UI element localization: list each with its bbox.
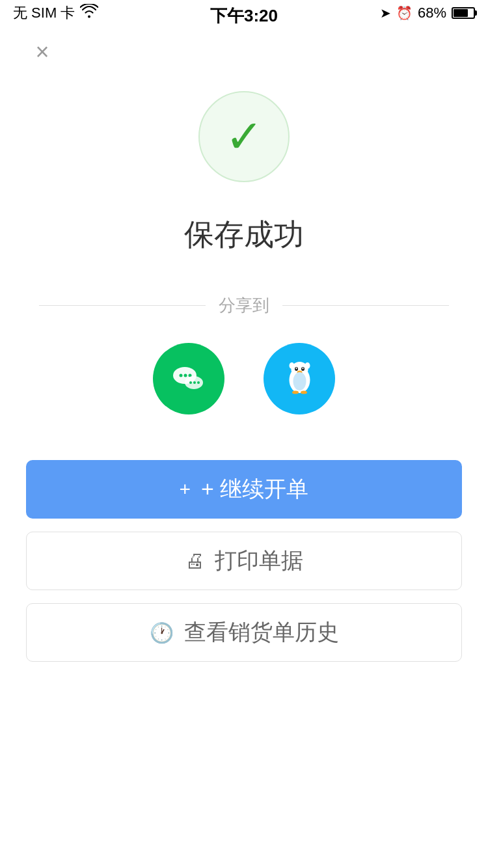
history-label: 查看销货单历史: [184, 617, 339, 647]
svg-point-15: [293, 372, 306, 390]
clock-icon: 🕐: [150, 621, 174, 644]
svg-point-13: [302, 367, 303, 368]
divider-line-right: [282, 305, 449, 306]
location-icon: ➤: [380, 5, 391, 21]
status-right: ➤ ⏰ 68%: [380, 5, 475, 21]
continue-label: + 继续开单: [201, 474, 308, 504]
qq-share-button[interactable]: [264, 343, 335, 414]
share-icons-row: [153, 343, 335, 414]
battery-percent: 68%: [418, 5, 446, 21]
svg-point-6: [193, 381, 196, 384]
wifi-icon: [80, 4, 98, 22]
status-left: 无 SIM 卡: [13, 3, 98, 23]
close-button[interactable]: ×: [26, 36, 59, 68]
action-buttons: + + 继续开单 🖨 打印单据 🕐 查看销货单历史: [0, 460, 488, 662]
svg-point-1: [179, 373, 182, 377]
status-time: 下午3:20: [210, 5, 278, 27]
plus-icon: +: [180, 478, 191, 500]
history-button[interactable]: 🕐 查看销货单历史: [26, 603, 462, 662]
checkmark-icon: ✓: [225, 114, 264, 159]
print-label: 打印单据: [215, 546, 303, 576]
print-button[interactable]: 🖨 打印单据: [26, 532, 462, 590]
wechat-share-button[interactable]: [153, 343, 224, 414]
svg-point-12: [295, 367, 297, 368]
svg-point-5: [189, 381, 192, 384]
continue-button[interactable]: + + 继续开单: [26, 460, 462, 519]
svg-point-7: [197, 381, 200, 384]
svg-point-17: [301, 390, 307, 394]
share-divider: 分享到: [0, 294, 488, 317]
share-label: 分享到: [206, 294, 282, 317]
close-icon: ×: [35, 40, 49, 64]
svg-point-16: [292, 390, 299, 394]
svg-point-19: [305, 362, 310, 369]
alarm-icon: ⏰: [396, 5, 413, 21]
qq-icon: [278, 358, 321, 400]
battery-indicator: [452, 7, 475, 19]
success-title: 保存成功: [184, 215, 304, 255]
status-bar: 无 SIM 卡 下午3:20 ➤ ⏰ 68%: [0, 0, 488, 26]
divider-line-left: [39, 305, 206, 306]
main-content: ✓ 保存成功 分享到: [0, 26, 488, 662]
svg-point-18: [289, 362, 294, 369]
success-circle: ✓: [198, 91, 290, 182]
svg-point-2: [183, 373, 187, 377]
wechat-icon: [168, 358, 210, 400]
no-sim-text: 无 SIM 卡: [13, 3, 75, 23]
print-icon: 🖨: [185, 550, 204, 572]
